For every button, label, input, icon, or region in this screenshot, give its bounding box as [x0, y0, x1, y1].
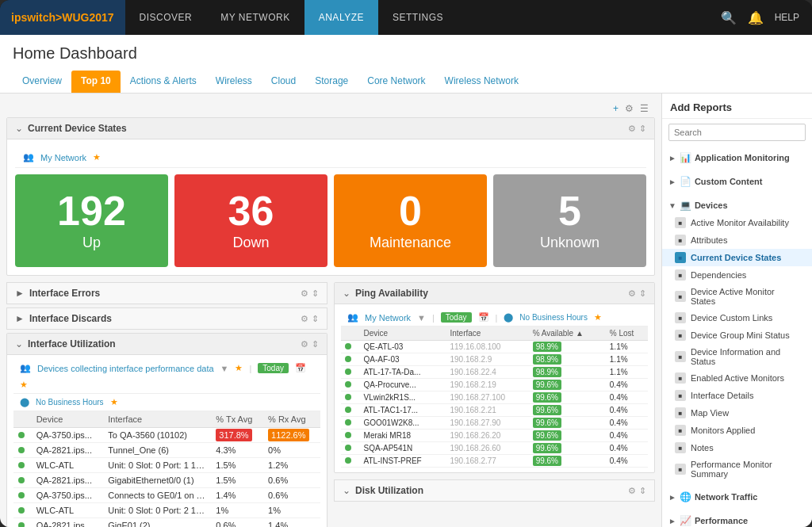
ping-calendar-icon[interactable]: 📅 [478, 312, 489, 323]
device-card-unknown[interactable]: 5 Unknown [493, 174, 646, 267]
device-cell: QA-2821.ips... [32, 473, 104, 488]
right-item-2-12[interactable]: ■Notes [662, 439, 812, 456]
table-row[interactable]: WLC-ATL Unit: 0 Slot: 0 Port: 1 10/100 C… [13, 458, 320, 473]
right-section-header-0[interactable]: ►📊Application Monitoring [662, 149, 812, 166]
errors-settings-icon[interactable]: ⚙ [301, 288, 308, 299]
search-icon[interactable]: 🔍 [721, 10, 737, 25]
nav-my-network[interactable]: MY NETWORK [206, 0, 304, 35]
discards-settings-icon[interactable]: ⚙ [301, 314, 308, 324]
star-icon2[interactable]: ★ [20, 380, 28, 390]
table-row[interactable]: VLwin2kR1S... 190.168.27.100 99.6% 0.4% [341, 391, 648, 404]
right-item-2-3[interactable]: ■Dependencies [662, 266, 812, 284]
device-card-down[interactable]: 36 Down [174, 174, 327, 267]
search-box [662, 119, 812, 146]
nav-settings[interactable]: SETTINGS [378, 0, 458, 35]
table-row[interactable]: QA-2821.ips... Tunnel_One (6) 4.3% 0% [13, 443, 320, 458]
table-row[interactable]: ATL-TAC1-17... 190.168.2.21 99.6% 0.4% [341, 404, 648, 417]
reports-search-input[interactable] [668, 124, 806, 141]
no-biz-star[interactable]: ★ [110, 397, 118, 407]
tx-avg-cell: 1.5% [211, 458, 263, 473]
add-icon[interactable]: + [613, 103, 619, 114]
table-row[interactable]: Meraki MR18 190.168.26.20 99.6% 0.4% [341, 430, 648, 442]
no-biz-link[interactable]: No Business Hours [36, 398, 104, 407]
right-item-2-5[interactable]: ■Device Custom Links [662, 309, 812, 327]
right-item-2-13[interactable]: ■Performance Monitor Summary [662, 456, 812, 482]
grid-icon[interactable]: ☰ [640, 103, 649, 114]
tab-core-network[interactable]: Core Network [358, 71, 435, 93]
notification-icon[interactable]: 🔔 [748, 10, 764, 25]
interface-util-header[interactable]: ⌄ Interface Utilization ⚙ ⇕ [7, 334, 327, 355]
calendar-icon[interactable]: 📅 [295, 363, 306, 373]
interface-discards-section[interactable]: ► Interface Discards ⚙ ⇕ [6, 307, 327, 330]
ping-today-badge[interactable]: Today [441, 312, 472, 323]
table-row[interactable]: QA-3750.ips... To QA-3560 (10102) 317.8%… [13, 428, 320, 443]
disk-settings-icon[interactable]: ⚙ [628, 486, 636, 496]
right-item-2-9[interactable]: ■Interface Details [662, 387, 812, 404]
util-expand-icon[interactable]: ⇕ [312, 339, 319, 349]
table-row[interactable]: QA-Procurve... 190.168.2.19 99.6% 0.4% [341, 379, 648, 391]
star-icon[interactable]: ★ [93, 152, 101, 162]
discards-expand-icon[interactable]: ⇕ [312, 314, 319, 324]
nav-analyze[interactable]: ANALYZE [304, 0, 378, 35]
tab-top10[interactable]: Top 10 [71, 71, 121, 93]
ping-network-link[interactable]: My Network [365, 313, 411, 323]
errors-expand-icon[interactable]: ⇕ [312, 288, 319, 299]
devices-filter-link[interactable]: Devices collecting interface performance… [37, 364, 214, 373]
ping-settings-icon[interactable]: ⚙ [628, 288, 636, 299]
filter-star-icon[interactable]: ★ [235, 363, 243, 373]
tab-cloud[interactable]: Cloud [262, 71, 305, 93]
device-card-maintenance[interactable]: 0 Maintenance [334, 174, 487, 267]
nav-discover[interactable]: DISCOVER [125, 0, 207, 35]
ping-no-biz-star[interactable]: ★ [594, 312, 602, 323]
help-link[interactable]: HELP [775, 12, 799, 23]
col-device-header: Device [32, 411, 104, 428]
right-item-2-6[interactable]: ■Device Group Mini Status [662, 327, 812, 344]
table-row[interactable]: SQA-AP541N 190.168.26.60 99.6% 0.4% [341, 442, 648, 455]
unknown-label: Unknown [540, 235, 599, 251]
ping-network-chevron[interactable]: ▼ [417, 313, 426, 323]
ping-expand-icon[interactable]: ⇕ [639, 288, 646, 299]
right-item-2-10[interactable]: ■Map View [662, 404, 812, 422]
disk-expand-icon[interactable]: ⇕ [639, 486, 646, 496]
right-item-2-4[interactable]: ■Device Active Monitor States [662, 284, 812, 309]
disk-util-section[interactable]: ⌄ Disk Utilization ⚙ ⇕ [334, 479, 655, 502]
right-section-header-4[interactable]: ►📈Performance [662, 512, 812, 527]
right-item-2-2[interactable]: ■Current Device States [662, 249, 812, 266]
settings-widget-icon[interactable]: ⚙ [628, 124, 636, 134]
right-section-header-1[interactable]: ►📄Custom Content [662, 173, 812, 190]
table-row[interactable]: QE-ATL-03 119.16.08.100 98.9% 1.1% [341, 341, 648, 353]
filter-chevron[interactable]: ▼ [220, 364, 229, 373]
right-item-2-0[interactable]: ■Active Monitor Availability [662, 214, 812, 231]
my-network-link[interactable]: My Network [40, 153, 86, 162]
right-section-header-2[interactable]: ▼💻Devices [662, 197, 812, 214]
device-states-header[interactable]: ⌄ Current Device States ⚙ ⇕ [7, 118, 654, 139]
right-item-2-8[interactable]: ■Enabled Active Monitors [662, 369, 812, 387]
tab-wireless[interactable]: Wireless [206, 71, 262, 93]
logo[interactable]: ipswitch>WUG2017 [0, 0, 125, 35]
table-row[interactable]: QA-2821.ips... GigabitEthernet0/0 (1) 1.… [13, 473, 320, 488]
ping-no-biz[interactable]: No Business Hours [519, 313, 588, 322]
ping-interface-cell: 190.168.22.4 [446, 366, 528, 379]
device-card-up[interactable]: 192 Up [15, 174, 168, 267]
right-item-2-1[interactable]: ■Attributes [662, 231, 812, 249]
tab-wireless-network[interactable]: Wireless Network [435, 71, 528, 93]
ping-avail-header[interactable]: ⌄ Ping Availability ⚙ ⇕ [335, 283, 654, 304]
right-item-2-11[interactable]: ■Monitors Applied [662, 422, 812, 439]
table-row[interactable]: QA-AF-03 190.168.2.9 98.9% 1.1% [341, 353, 648, 366]
table-row[interactable]: GOO01W2K8... 190.168.27.90 99.6% 0.4% [341, 417, 648, 430]
interface-errors-section[interactable]: ► Interface Errors ⚙ ⇕ [6, 282, 327, 304]
table-row[interactable]: ATL-17-TA-Da... 190.168.22.4 98.9% 1.1% [341, 366, 648, 379]
today-badge[interactable]: Today [258, 363, 289, 373]
tab-overview[interactable]: Overview [13, 71, 71, 93]
tab-storage[interactable]: Storage [305, 71, 358, 93]
tab-actions-alerts[interactable]: Actions & Alerts [121, 71, 206, 93]
util-settings-icon[interactable]: ⚙ [301, 339, 308, 349]
table-row[interactable]: ATL-INST-PREF 190.168.2.77 99.6% 0.4% [341, 455, 648, 468]
right-item-2-7[interactable]: ■Device Information and Status [662, 344, 812, 369]
table-row[interactable]: WLC-ATL Unit: 0 Slot: 0 Port: 2 10/100 C… [13, 503, 320, 518]
right-section-header-3[interactable]: ►🌐Network Traffic [662, 488, 812, 506]
expand-icon[interactable]: ⇕ [639, 124, 646, 134]
table-row[interactable]: QA-2821.ips... GigE01 (2) 0.6% 1.4% [13, 518, 320, 528]
table-row[interactable]: QA-3750.ips... Connects to GE0/1 on QA R… [13, 488, 320, 503]
settings-icon[interactable]: ⚙ [625, 103, 634, 114]
